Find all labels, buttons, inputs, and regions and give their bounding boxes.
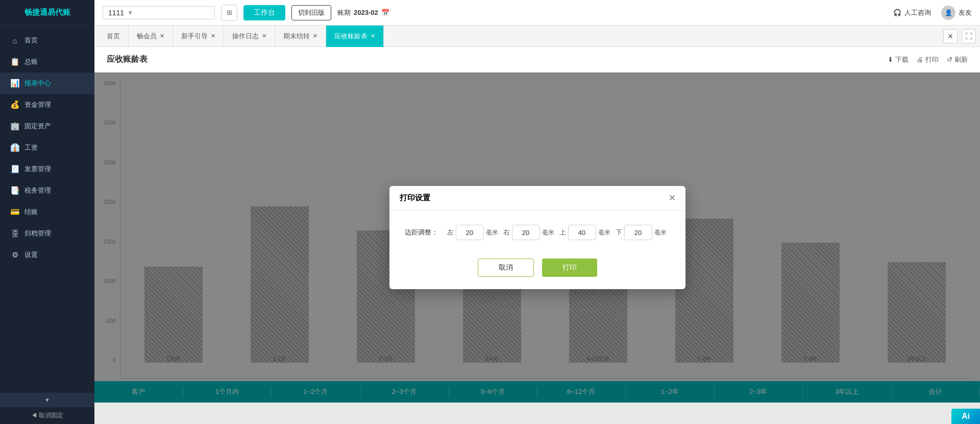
modal-title: 打印设置 <box>400 193 430 203</box>
calendar-icon[interactable]: 📅 <box>381 9 389 16</box>
consulting-label: 人工咨询 <box>904 8 931 17</box>
consulting-button[interactable]: 🎧 人工咨询 <box>893 8 931 17</box>
user-area[interactable]: 👤 友友 <box>941 6 972 20</box>
sidebar-item-label: 税务管理 <box>24 186 51 195</box>
download-label: 下载 <box>895 55 909 64</box>
sidebar-item-tax[interactable]: 📑 税务管理 <box>0 180 94 201</box>
refresh-label: 刷新 <box>954 55 968 64</box>
switch-version-button[interactable]: 切到旧版 <box>291 5 331 20</box>
page-title: 应收账龄表 <box>107 54 148 65</box>
tab-close-icon[interactable]: ✕ <box>262 33 266 39</box>
period-value: 2023-02 <box>354 9 378 16</box>
right-unit-label: 毫米 <box>542 228 554 237</box>
settings-icon: ⚙ <box>10 250 19 260</box>
sidebar-item-settings[interactable]: ⚙ 设置 <box>0 244 94 266</box>
download-button[interactable]: ⬇ 下载 <box>888 55 909 64</box>
print-label: 打印 <box>925 55 939 64</box>
sidebar-item-invoice[interactable]: 🧾 发票管理 <box>0 158 94 180</box>
tab-label: 期末结转 <box>283 32 310 41</box>
bottom-margin-input[interactable] <box>624 225 652 240</box>
top-margin-input[interactable] <box>568 225 596 240</box>
tab-应收账龄表[interactable]: 应收账龄表✕ <box>326 26 384 47</box>
sidebar-item-label: 首页 <box>24 36 38 45</box>
content-area: 应收账龄表 ⬇ 下载 🖨 打印 ↺ 刷新 2 <box>94 47 980 424</box>
tab-首页[interactable]: 首页 <box>99 26 129 47</box>
sidebar-item-label: 固定资产 <box>24 122 51 131</box>
tab-label: 畅会员 <box>137 32 157 41</box>
modal-footer: 取消 打印 <box>389 250 685 289</box>
expand-tab-button[interactable]: ⛶ <box>962 29 976 43</box>
print-icon: 🖨 <box>917 56 923 63</box>
margin-row: 边距调整： 左 毫米 右 毫米 <box>405 225 670 240</box>
user-label: 友友 <box>959 8 972 17</box>
sidebar-item-label: 报表中心 <box>24 79 51 88</box>
left-dir-label: 左 <box>447 228 454 237</box>
salary-icon: 👔 <box>10 143 19 152</box>
tab-close-icon[interactable]: ✕ <box>313 33 317 39</box>
sidebar-item-label: 设置 <box>24 250 38 260</box>
copy-button[interactable]: ⊞ <box>221 5 237 21</box>
cancel-button[interactable]: 取消 <box>478 258 534 277</box>
left-margin-group: 左 毫米 <box>447 225 498 240</box>
workbench-button[interactable]: 工作台 <box>243 5 285 20</box>
archive-icon: 🗄 <box>10 229 19 238</box>
tabs-bar: 首页畅会员✕新手引导✕操作日志✕期末结转✕应收账龄表✕ ✕ ⛶ <box>94 26 980 47</box>
bottom-dir-label: 下 <box>616 228 622 237</box>
sidebar-nav: ⌂ 首页📋 总账📊 报表中心💰 资金管理🏢 固定资产👔 工资🧾 发票管理📑 <box>0 26 94 393</box>
tabs-actions: ✕ ⛶ <box>943 29 976 43</box>
logo-text: 畅捷通易代账 <box>24 8 70 17</box>
sidebar-item-salary[interactable]: 👔 工资 <box>0 137 94 158</box>
funds-icon: 💰 <box>10 100 19 109</box>
company-name: 1111 <box>108 9 124 17</box>
tab-label: 应收账龄表 <box>334 32 368 41</box>
chart-area: 2500250025002000150010005000 1月内1-2月2-3月… <box>94 73 980 403</box>
sidebar-item-reports[interactable]: 📊 报表中心 <box>0 73 94 94</box>
top-unit-label: 毫米 <box>598 228 610 237</box>
sidebar-item-label: 归档管理 <box>24 229 51 238</box>
tab-畅会员[interactable]: 畅会员✕ <box>129 26 173 47</box>
main-area: 1111 ▼ ⊞ 工作台 切到旧版 账期 2023-02 📅 🎧 人工咨询 👤 … <box>94 0 980 424</box>
left-margin-input[interactable] <box>456 225 484 240</box>
tab-close-icon[interactable]: ✕ <box>160 33 164 39</box>
tax-icon: 📑 <box>10 186 19 195</box>
header-right: 🎧 人工咨询 👤 友友 <box>893 6 972 20</box>
sidebar-item-assets[interactable]: 🏢 固定资产 <box>0 115 94 137</box>
bottom-unit-label: 毫米 <box>654 228 667 237</box>
right-margin-input[interactable] <box>512 225 540 240</box>
sidebar-item-label: 工资 <box>24 143 38 152</box>
checkout-icon: 💳 <box>10 207 19 217</box>
company-selector[interactable]: 1111 ▼ <box>103 6 215 19</box>
logo-area: 畅捷通易代账 <box>0 0 94 26</box>
sidebar-item-checkout[interactable]: 💳 结账 <box>0 201 94 223</box>
avatar-icon: 👤 <box>945 9 952 16</box>
period-area: 账期 2023-02 📅 <box>337 8 389 17</box>
tab-新手引导[interactable]: 新手引导✕ <box>173 26 224 47</box>
top-dir-label: 上 <box>559 228 566 237</box>
tab-操作日志[interactable]: 操作日志✕ <box>224 26 275 47</box>
avatar: 👤 <box>941 6 955 20</box>
sidebar-item-home[interactable]: ⌂ 首页 <box>0 30 94 51</box>
refresh-icon: ↺ <box>947 56 952 63</box>
tab-label: 操作日志 <box>232 32 259 41</box>
scroll-down-btn[interactable]: ▼ <box>0 393 94 407</box>
close-tab-button[interactable]: ✕ <box>943 29 958 43</box>
top-margin-group: 上 毫米 <box>559 225 610 240</box>
sidebar-item-funds[interactable]: 💰 资金管理 <box>0 94 94 115</box>
margin-label: 边距调整： <box>405 228 438 237</box>
headset-icon: 🎧 <box>893 9 901 16</box>
collapse-btn[interactable]: ◀ 取消固定 <box>0 407 94 424</box>
sidebar-item-label: 资金管理 <box>24 100 51 109</box>
assets-icon: 🏢 <box>10 122 19 131</box>
invoice-icon: 🧾 <box>10 164 19 174</box>
modal-close-button[interactable]: ✕ <box>669 193 675 203</box>
print-button[interactable]: 🖨 打印 <box>917 55 939 64</box>
sidebar-item-archive[interactable]: 🗄 归档管理 <box>0 223 94 244</box>
print-confirm-button[interactable]: 打印 <box>542 258 597 277</box>
page-actions: ⬇ 下载 🖨 打印 ↺ 刷新 <box>888 55 968 64</box>
tab-close-icon[interactable]: ✕ <box>371 33 375 39</box>
tab-close-icon[interactable]: ✕ <box>211 33 215 39</box>
sidebar-item-ledger[interactable]: 📋 总账 <box>0 51 94 73</box>
tab-期末结转[interactable]: 期末结转✕ <box>275 26 326 47</box>
refresh-button[interactable]: ↺ 刷新 <box>947 55 968 64</box>
left-unit-label: 毫米 <box>486 228 498 237</box>
